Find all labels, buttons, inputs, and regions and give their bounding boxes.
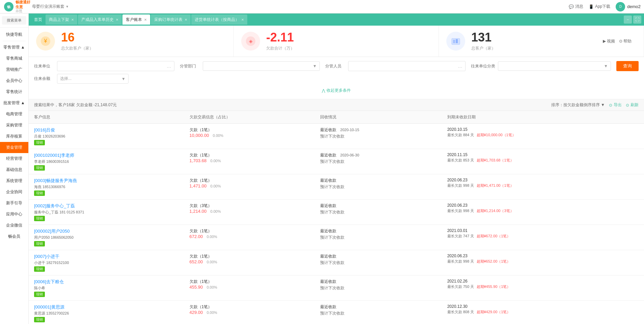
- sidebar-item-retail-mgmt[interactable]: 零售管理 ▲: [0, 42, 28, 53]
- user-avatar-area[interactable]: D demo2: [616, 2, 641, 11]
- stat-icon-total: [446, 31, 466, 51]
- customer-name-0[interactable]: [0016]吕俊: [34, 127, 179, 133]
- sidebar-item-basic-info[interactable]: 基础信息: [0, 164, 28, 175]
- sidebar-item-operations[interactable]: 经营管理: [0, 153, 28, 164]
- company-selector[interactable]: 母婴行业演示账套 ▼: [32, 4, 93, 9]
- debt-amount-7[interactable]: 429.00: [190, 310, 203, 315]
- stat-number-debt-total: -2.11: [266, 31, 432, 43]
- message-btn[interactable]: 💬 消息: [569, 4, 583, 9]
- overdue-amount-5[interactable]: 超期¥652.00（1笔）: [477, 259, 511, 263]
- tab-import-stats[interactable]: 进货单统计表（按商品） ✕: [191, 14, 247, 25]
- customer-name-5[interactable]: [0007]小进干: [34, 254, 179, 260]
- tab-expand-btn[interactable]: ⛶: [633, 16, 641, 24]
- next-pay-7: 预计下次收款: [320, 311, 436, 316]
- customer-name-6[interactable]: [0006]去下粮仓: [34, 279, 179, 285]
- recent-pay-7: 最近收款: [320, 304, 436, 310]
- debt-amount-2[interactable]: 1,471.00: [190, 183, 207, 188]
- tab-product-offline[interactable]: 商品上下架 ✕: [46, 14, 77, 25]
- overdue-info-0: 最长欠款 884 天 超期¥10,000.00（1笔）: [447, 132, 639, 138]
- refresh-btn[interactable]: ⊙ 刷新: [626, 102, 639, 108]
- sidebar-item-batch-mgmt[interactable]: 批发管理 ▲: [0, 97, 28, 109]
- overdue-days-1: 最长欠款 853 天: [447, 158, 474, 162]
- overdue-amount-6[interactable]: 超期¥455.90（1笔）: [477, 285, 511, 289]
- next-pay-5: 预计下次收款: [320, 260, 436, 266]
- app-logo-text: 畅: [3, 1, 16, 12]
- filter-branch-person-label: 分管人员: [325, 63, 345, 69]
- tab-close-product-offline[interactable]: ✕: [71, 18, 74, 22]
- sidebar-item-retail-store[interactable]: 零售商城: [0, 53, 28, 64]
- branch-person-input[interactable]: ...: [348, 61, 466, 71]
- branch-dept-select[interactable]: ▼: [203, 61, 320, 71]
- overdue-amount-1[interactable]: 超期¥1,703.68（1笔）: [477, 158, 514, 162]
- sidebar-item-finance[interactable]: 资金管理: [0, 142, 28, 153]
- debt-amount-0[interactable]: 10,000.00: [190, 133, 209, 138]
- cell-recovery-7: 最近收款 预计下次收款: [315, 301, 442, 324]
- filter-remaining: 往来余额 选择... ▼: [34, 74, 129, 84]
- cell-due-6: 2021.02.26 最长欠款 750 天 超期¥455.90（1笔）: [442, 275, 644, 301]
- tab-customer-account[interactable]: 客户账本 ✕: [122, 14, 150, 25]
- debt-amount-5[interactable]: 652.00: [190, 259, 203, 264]
- data-table: 客户信息 欠款交易信息（占比） 回收情况 到期未收款日期 [0016]吕俊 吕俊…: [29, 111, 644, 324]
- collapse-btn[interactable]: ⋀ 收起更多条件: [320, 86, 352, 95]
- app-download-btn[interactable]: 📱 App下载: [589, 4, 610, 9]
- export-btn[interactable]: ⊙ 导出: [609, 102, 622, 108]
- debt-amount-6[interactable]: 455.90: [190, 285, 203, 290]
- customer-name-2[interactable]: [0003]畅捷服务尹海燕: [34, 178, 179, 184]
- sidebar-item-enterprise-wx[interactable]: 企业微信: [0, 220, 28, 231]
- stat-content-debt-total: -2.11 欠款合计（万）: [266, 31, 432, 51]
- stat-label-debt-customers: 总欠款客户（家）: [61, 46, 227, 51]
- help-btn[interactable]: ⊙ 帮助: [619, 38, 632, 44]
- cell-customer-7: [000001]黄思源 黄思源 13552700226 现销: [29, 301, 184, 324]
- overdue-amount-4[interactable]: 超期¥672.00（1笔）: [477, 234, 511, 238]
- customer-name-3[interactable]: [0002]服务中心_丁磊: [34, 203, 179, 209]
- sidebar-item-system[interactable]: 系统管理: [0, 175, 28, 186]
- tab-close-import-stats[interactable]: ✕: [241, 18, 244, 22]
- tab-minimize-btn[interactable]: －: [624, 16, 632, 24]
- sidebar-item-app-center[interactable]: 应用中心: [0, 209, 28, 220]
- sidebar-item-member-center[interactable]: 会员中心: [0, 75, 28, 86]
- customer-phone-2: 海燕 18513066976: [34, 184, 179, 189]
- video-icon: ▶: [603, 39, 606, 43]
- cell-due-2: 2020.06.23 最长欠款 998 天 超期¥1,471.00（1笔）: [442, 174, 644, 200]
- video-btn[interactable]: ▶ 视频: [603, 38, 615, 44]
- tab-close-product-history[interactable]: ✕: [116, 18, 118, 22]
- debt-amount-4[interactable]: 672.00: [190, 234, 203, 239]
- search-btn[interactable]: 查询: [616, 61, 639, 71]
- customer-phone-3: 服务中心_丁磊 181 0125 8371: [34, 210, 179, 215]
- sidebar-item-retail-stats[interactable]: 零售统计: [0, 86, 28, 97]
- overdue-amount-0[interactable]: 超期¥10,000.00（1笔）: [477, 133, 516, 137]
- overdue-amount-3[interactable]: 超期¥1,214.00（3笔）: [477, 209, 514, 213]
- source-unit-input[interactable]: ...: [57, 61, 174, 71]
- tab-product-history[interactable]: 产成品入库单历史 ✕: [78, 14, 122, 25]
- col-header-recovery: 回收情况: [315, 111, 442, 124]
- sidebar-item-marketing[interactable]: 营销推广: [0, 64, 28, 75]
- customer-name-7[interactable]: [000001]黄思源: [34, 304, 179, 310]
- remaining-select[interactable]: 选择... ▼: [57, 74, 129, 84]
- sort-label[interactable]: 排序：按欠款金额倒序排序 ▼: [551, 102, 605, 108]
- customer-name-4[interactable]: [000002]用户2050: [34, 228, 179, 234]
- debt-amount-3[interactable]: 1,214.00: [190, 209, 207, 214]
- overdue-amount-7[interactable]: 超期¥429.00（1笔）: [477, 310, 511, 314]
- table-row: [0007]小进干 小进干 18279152100 现销 欠款（1笔） 652.…: [29, 250, 644, 275]
- sidebar-item-new-guide[interactable]: 新手引导: [0, 198, 28, 209]
- customer-name-1[interactable]: [0001020001]李老师: [34, 152, 179, 158]
- tab-home[interactable]: 首页: [31, 14, 45, 25]
- tab-close-purchase-stats[interactable]: ✕: [185, 18, 187, 22]
- sidebar-item-member-vip[interactable]: 畅会员: [0, 231, 28, 242]
- search-menu-btn[interactable]: 搜索菜单: [2, 16, 26, 25]
- debt-amount-1[interactable]: 1,703.68: [190, 158, 207, 163]
- sidebar-item-enterprise-coop[interactable]: 企业协同: [0, 186, 28, 198]
- username-label: demo2: [627, 4, 641, 9]
- tab-close-customer-account[interactable]: ✕: [144, 18, 147, 22]
- tab-purchase-stats[interactable]: 采购订单统计表 ✕: [151, 14, 191, 25]
- cell-debt-5: 欠款（1笔） 652.00 0.00%: [184, 250, 315, 275]
- sidebar-item-quick-nav[interactable]: 快捷导航: [0, 29, 28, 40]
- source-unit-category-select[interactable]: ▼: [498, 61, 611, 71]
- customer-badge-0: 现销: [34, 140, 45, 145]
- sidebar-item-inventory[interactable]: 库存核算: [0, 131, 28, 142]
- sidebar-item-ecommerce[interactable]: 电商管理: [0, 109, 28, 120]
- due-date-5: 2020.06.23: [447, 254, 639, 258]
- sidebar-item-purchase-mgmt[interactable]: 采购管理: [0, 120, 28, 131]
- overdue-amount-2[interactable]: 超期¥1,471.00（1笔）: [477, 183, 514, 187]
- customer-phone-0: 吕俊 13026203696: [34, 134, 179, 139]
